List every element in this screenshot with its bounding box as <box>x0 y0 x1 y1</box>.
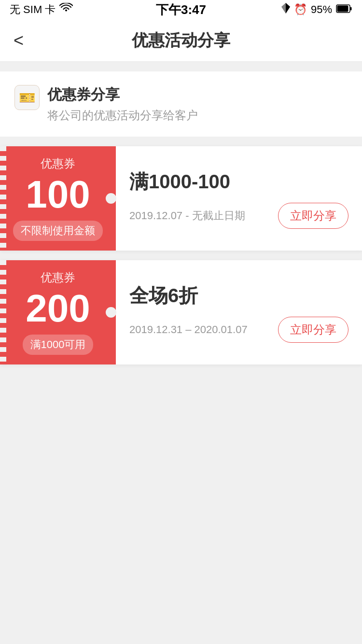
coupon-type-0: 优惠券 <box>41 156 75 171</box>
coupon-left-0: 优惠券 100 不限制使用金额 <box>0 146 116 251</box>
battery-percent: 95% <box>311 3 332 16</box>
bg-filler <box>0 374 362 567</box>
svg-rect-2 <box>350 7 352 11</box>
coupon-left-1: 优惠券 200 满1000可用 <box>0 260 116 364</box>
coupon-name-0: 满1000-100 <box>129 168 348 195</box>
section-title: 优惠券分享 <box>47 85 198 105</box>
coupon-right-1: 全场6折 2019.12.31 – 2020.01.07 立即分享 <box>116 260 362 364</box>
section-text: 优惠券分享 将公司的优惠活动分享给客户 <box>47 85 198 123</box>
coupon-bottom-0: 2019.12.07 - 无截止日期 立即分享 <box>129 203 348 229</box>
coupon-name-1: 全场6折 <box>129 282 348 309</box>
nav-bar: < 优惠活动分享 <box>0 19 362 62</box>
coupon-emoji-icon: 🎫 <box>19 90 36 106</box>
battery-icon <box>336 3 352 16</box>
coupon-date-1: 2019.12.31 – 2020.01.07 <box>129 323 248 336</box>
coupon-list: 优惠券 100 不限制使用金额 满1000-100 2019.12.07 - 无… <box>0 146 362 374</box>
coupon-condition-1: 满1000可用 <box>23 335 94 355</box>
section-subtitle: 将公司的优惠活动分享给客户 <box>47 108 198 123</box>
coupon-condition-0: 不限制使用金额 <box>13 221 103 241</box>
status-time: 下午3:47 <box>156 1 206 18</box>
coupon-amount-1: 200 <box>26 289 90 328</box>
section-icon: 🎫 <box>14 85 40 110</box>
coupon-bottom-1: 2019.12.31 – 2020.01.07 立即分享 <box>129 317 348 343</box>
back-button[interactable]: < <box>14 32 24 49</box>
status-right: ⏰ 95% <box>281 3 352 16</box>
section-header: 🎫 优惠券分享 将公司的优惠活动分享给客户 <box>0 71 362 137</box>
svg-rect-1 <box>337 6 348 12</box>
coupon-type-1: 优惠券 <box>41 270 75 285</box>
share-button-1[interactable]: 立即分享 <box>278 317 348 343</box>
status-bar: 无 SIM 卡 下午3:47 ⏰ 95% <box>0 0 362 19</box>
wifi-icon <box>59 3 73 16</box>
nav-title: 优惠活动分享 <box>132 29 230 52</box>
coupon-amount-0: 100 <box>26 175 90 214</box>
location-icon <box>281 3 290 16</box>
coupon-date-0: 2019.12.07 - 无截止日期 <box>129 209 245 223</box>
alarm-icon: ⏰ <box>294 3 307 16</box>
share-button-0[interactable]: 立即分享 <box>278 203 348 229</box>
coupon-right-0: 满1000-100 2019.12.07 - 无截止日期 立即分享 <box>116 146 362 251</box>
carrier-text: 无 SIM 卡 <box>10 2 56 17</box>
coupon-card: 优惠券 200 满1000可用 全场6折 2019.12.31 – 2020.0… <box>0 260 362 364</box>
status-left: 无 SIM 卡 <box>10 2 73 17</box>
coupon-card: 优惠券 100 不限制使用金额 满1000-100 2019.12.07 - 无… <box>0 146 362 251</box>
